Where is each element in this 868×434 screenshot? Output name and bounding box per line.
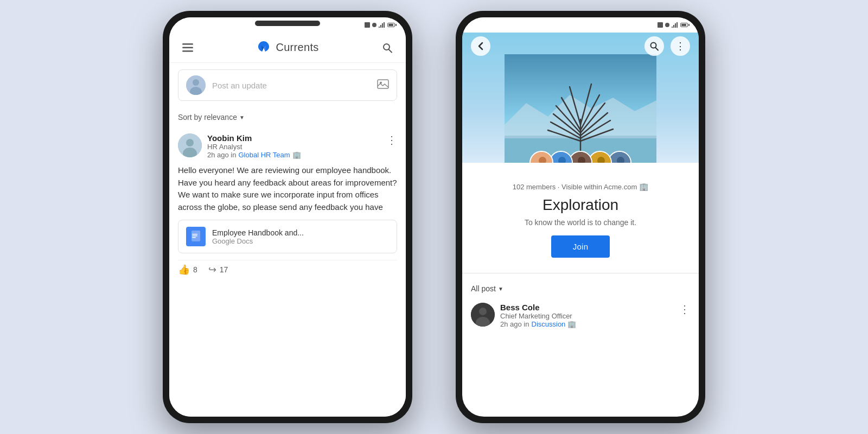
bess-time: 2h ago in bbox=[500, 320, 529, 328]
back-button[interactable] bbox=[471, 36, 490, 56]
search-button[interactable] bbox=[378, 38, 397, 58]
post-meta: 2h ago in Global HR Team 🏢 bbox=[207, 151, 301, 159]
app-title-text: Currents bbox=[276, 41, 318, 54]
image-attach-icon bbox=[377, 79, 389, 90]
wifi-bars-icon-right bbox=[672, 22, 678, 28]
sort-arrow-icon: ▼ bbox=[239, 114, 245, 120]
bottom-post: Bess Cole Chief Marketing Officer 2h ago… bbox=[462, 297, 699, 339]
bess-name: Bess Cole bbox=[500, 303, 576, 312]
svg-rect-19 bbox=[192, 235, 197, 237]
like-button[interactable]: 👍 8 bbox=[178, 264, 197, 276]
sculpture-icon bbox=[505, 54, 656, 163]
svg-marker-1 bbox=[380, 25, 381, 28]
svg-rect-20 bbox=[192, 237, 196, 238]
post-community-link[interactable]: Global HR Team bbox=[239, 151, 290, 159]
share-button[interactable]: ↪ 17 bbox=[208, 264, 228, 276]
svg-marker-22 bbox=[673, 25, 674, 28]
svg-rect-18 bbox=[192, 234, 197, 235]
status-icons-right bbox=[658, 22, 688, 28]
attachment-type: Google Docs bbox=[212, 237, 304, 245]
sort-label: Sort by relevance bbox=[178, 113, 237, 122]
community-tagline: To know the world is to change it. bbox=[471, 218, 690, 227]
post-user: Yoobin Kim HR Analyst 2h ago in Global H… bbox=[178, 133, 301, 159]
community-name: Exploration bbox=[471, 196, 690, 214]
join-button[interactable]: Join bbox=[551, 235, 610, 258]
yoobin-avatar bbox=[178, 133, 202, 157]
svg-point-15 bbox=[186, 139, 194, 146]
back-arrow-icon bbox=[475, 41, 486, 52]
bottom-post-user: Bess Cole Chief Marketing Officer 2h ago… bbox=[471, 303, 576, 328]
like-count: 8 bbox=[193, 265, 197, 274]
left-phone: Currents Post an update bbox=[163, 11, 412, 423]
menu-button[interactable] bbox=[178, 38, 197, 58]
currents-logo-icon bbox=[256, 40, 271, 55]
community-visibility-icon: 🏢 bbox=[639, 182, 648, 191]
phone-notch bbox=[255, 21, 320, 26]
user-avatar bbox=[186, 75, 206, 95]
signal-icon bbox=[365, 22, 370, 28]
search-icon bbox=[382, 42, 393, 53]
bottom-post-user-info: Bess Cole Chief Marketing Officer 2h ago… bbox=[500, 303, 576, 328]
community-info: 102 members · Visible within Acme.com 🏢 … bbox=[462, 163, 699, 266]
post-more-button[interactable]: ⋮ bbox=[386, 133, 397, 146]
svg-marker-2 bbox=[382, 23, 383, 28]
battery-icon bbox=[387, 23, 395, 27]
left-phone-screen: Currents Post an update bbox=[169, 17, 406, 417]
svg-marker-21 bbox=[672, 27, 673, 28]
svg-rect-4 bbox=[182, 43, 193, 45]
bess-meta: 2h ago in Discussion 🏢 bbox=[500, 320, 576, 328]
post-user-info: Yoobin Kim HR Analyst 2h ago in Global H… bbox=[207, 133, 301, 159]
post-user-title: HR Analyst bbox=[207, 143, 301, 151]
image-icon[interactable] bbox=[377, 79, 389, 92]
google-docs-icon bbox=[190, 231, 201, 242]
yoobin-avatar-img bbox=[178, 133, 202, 157]
share-count: 17 bbox=[220, 265, 228, 274]
all-posts-arrow-icon: ▼ bbox=[498, 286, 503, 292]
post-input-box[interactable]: Post an update bbox=[178, 69, 397, 101]
search-icon-right bbox=[649, 41, 659, 51]
all-posts-row[interactable]: All post ▼ bbox=[462, 280, 699, 297]
post-actions: 👍 8 ↪ 17 bbox=[178, 260, 397, 276]
post-header: Yoobin Kim HR Analyst 2h ago in Global H… bbox=[178, 133, 397, 159]
hero-container: ⋮ bbox=[462, 33, 699, 163]
more-button-right[interactable]: ⋮ bbox=[671, 36, 690, 56]
status-icons bbox=[365, 22, 395, 28]
right-app-bar: ⋮ bbox=[462, 33, 699, 60]
svg-marker-0 bbox=[379, 27, 380, 28]
right-phone: ⋮ 102 members · Visible within Acme.com … bbox=[456, 11, 705, 423]
menu-icon bbox=[182, 43, 193, 52]
attachment-card[interactable]: Employee Handbook and... Google Docs bbox=[178, 220, 397, 253]
status-bar-right bbox=[462, 17, 699, 33]
svg-marker-23 bbox=[675, 23, 676, 28]
attachment-info: Employee Handbook and... Google Docs bbox=[212, 228, 304, 245]
sort-row[interactable]: Sort by relevance ▼ bbox=[169, 107, 406, 127]
signal-icon-right bbox=[658, 22, 663, 28]
bottom-post-more-button[interactable]: ⋮ bbox=[679, 303, 690, 316]
svg-marker-3 bbox=[384, 22, 385, 28]
user-avatar-icon bbox=[186, 75, 206, 95]
bess-community-link[interactable]: Discussion bbox=[532, 320, 566, 328]
battery-icon-right bbox=[680, 23, 688, 27]
community-icon: 🏢 bbox=[292, 151, 301, 159]
all-posts-label: All post bbox=[471, 284, 496, 293]
right-phone-screen: ⋮ 102 members · Visible within Acme.com … bbox=[462, 17, 699, 417]
right-phone-content: ⋮ 102 members · Visible within Acme.com … bbox=[462, 17, 699, 417]
bess-community-icon: 🏢 bbox=[567, 320, 576, 328]
post-input-area: Post an update bbox=[169, 63, 406, 107]
member-avatar-1 bbox=[529, 151, 553, 163]
doc-icon bbox=[186, 227, 206, 246]
bess-title: Chief Marketing Officer bbox=[500, 312, 576, 320]
attachment-name: Employee Handbook and... bbox=[212, 228, 304, 237]
wifi-icon bbox=[372, 23, 376, 27]
share-icon: ↪ bbox=[208, 264, 216, 276]
post-card: Yoobin Kim HR Analyst 2h ago in Global H… bbox=[169, 127, 406, 417]
wifi-icon-right bbox=[665, 23, 669, 27]
community-members-text: 102 members · Visible within Acme.com bbox=[513, 183, 637, 191]
app-title: Currents bbox=[204, 40, 371, 55]
post-time: 2h ago in bbox=[207, 151, 237, 159]
post-placeholder[interactable]: Post an update bbox=[212, 81, 371, 90]
like-icon: 👍 bbox=[178, 264, 190, 276]
search-button-right[interactable] bbox=[644, 36, 664, 56]
post-user-name: Yoobin Kim bbox=[207, 133, 301, 143]
svg-line-8 bbox=[389, 49, 392, 53]
